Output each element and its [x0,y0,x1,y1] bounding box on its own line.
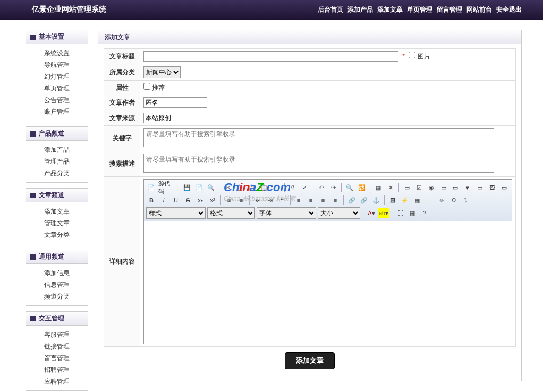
sidebar-item[interactable]: 频道分类 [26,291,88,302]
keywords-textarea[interactable] [143,128,494,147]
label-keywords: 关键字 [104,126,140,151]
aligncenter-icon[interactable]: ≡ [306,195,316,206]
emoji-icon[interactable]: ☺ [436,195,447,206]
about-icon[interactable]: ? [419,208,430,218]
desc-textarea[interactable] [143,154,494,173]
alignleft-icon[interactable]: ≡ [293,195,304,206]
flash-icon[interactable]: ⚡ [400,195,410,206]
sidebar-item[interactable]: 客服管理 [26,329,88,340]
redo-icon[interactable]: ↷ [328,182,339,193]
undo-icon[interactable]: ↶ [316,182,327,193]
image-icon[interactable]: 🖼 [387,195,398,206]
source-button[interactable]: 📄 [146,182,157,193]
nav-home[interactable]: 后台首页 [318,5,343,14]
category-select[interactable]: 新闻中心 [143,66,181,78]
sidebar-item[interactable]: 添加产品 [26,144,88,156]
preview-icon[interactable]: 🔍 [206,182,216,193]
sidebar-item[interactable]: 账户管理 [26,106,88,117]
sidebar-item[interactable]: 添加信息 [26,267,88,279]
specialchar-icon[interactable]: Ω [448,195,459,206]
sidebar-header-article: 文章频道 [26,189,88,202]
author-input[interactable] [143,97,207,108]
sidebar-item[interactable]: 应聘管理 [26,376,88,387]
title-input[interactable] [143,51,398,62]
pagebreak-icon[interactable]: ⤵ [461,195,471,206]
outdent-icon[interactable]: ⇤ [252,195,263,206]
sidebar-item[interactable]: 链接管理 [26,340,88,352]
paste-word-icon[interactable]: 📋 [271,182,282,193]
font-select[interactable]: 字体 [257,207,316,219]
sidebar-item[interactable]: 文章分类 [26,229,88,241]
submit-button[interactable]: 添加文章 [285,352,335,369]
alignright-icon[interactable]: ≡ [318,195,328,206]
hidden-icon[interactable]: ▭ [499,182,510,193]
recommend-checkbox[interactable] [143,83,150,90]
table-icon[interactable]: ▦ [412,195,422,206]
cut-icon[interactable]: ✂ [222,182,233,193]
sidebar-item[interactable]: 幻灯管理 [26,71,88,82]
sidebar-item[interactable]: 信息管理 [26,279,88,291]
form-icon[interactable]: ▭ [402,182,412,193]
textcolor-icon[interactable]: A▾ [366,208,377,218]
numlist-icon[interactable]: ≡ [224,195,234,206]
copy-icon[interactable]: 📋 [234,182,245,193]
new-icon[interactable]: 📄 [194,182,205,193]
nav-add-article[interactable]: 添加文章 [377,5,403,14]
editor-body[interactable] [144,221,512,344]
replace-icon[interactable]: 🔁 [357,182,367,193]
unlink-icon[interactable]: 🔗 [359,195,369,206]
sidebar-item[interactable]: 产品分类 [26,167,88,179]
find-icon[interactable]: 🔍 [344,182,355,193]
radio-icon[interactable]: ◉ [426,182,437,193]
textarea-icon[interactable]: ▭ [451,182,461,193]
textfield-icon[interactable]: ▭ [438,182,449,193]
sidebar-item[interactable]: 单页管理 [26,82,88,94]
underline-icon[interactable]: U [171,195,181,206]
nav-single-page[interactable]: 单页管理 [407,5,432,14]
spellcheck-icon[interactable]: ✓ [300,182,310,193]
source-label[interactable]: 源代码 [158,180,176,195]
paste-text-icon[interactable]: 📋 [259,182,269,193]
strike-icon[interactable]: S [183,195,193,206]
nav-frontend[interactable]: 网站前台 [466,5,492,14]
showblocks-icon[interactable]: ▦ [407,208,418,218]
subscript-icon[interactable]: x₂ [195,195,206,206]
format-select[interactable]: 格式 [207,207,255,219]
superscript-icon[interactable]: x² [207,195,218,206]
bgcolor-icon[interactable]: ab▾ [378,208,389,218]
sidebar-item[interactable]: 导航管理 [26,59,88,71]
button-icon[interactable]: ▭ [474,182,485,193]
removefmt-icon[interactable]: ✕ [385,182,396,193]
nav-add-product[interactable]: 添加产品 [347,5,373,14]
link-icon[interactable]: 🔗 [346,195,357,206]
nav-logout[interactable]: 安全退出 [496,5,522,14]
sidebar-item[interactable]: 管理文章 [26,217,88,229]
paste-icon[interactable]: 📋 [247,182,257,193]
print-icon[interactable]: 🖨 [287,182,298,193]
blockquote-icon[interactable]: ❝ [277,195,287,206]
hr-icon[interactable]: — [424,195,435,206]
image-checkbox[interactable] [409,52,415,58]
sidebar-item[interactable]: 公告管理 [26,94,88,106]
select-icon[interactable]: ▾ [462,182,473,193]
anchor-icon[interactable]: ⚓ [371,195,381,206]
sidebar-item[interactable]: 招聘管理 [26,364,88,376]
image-button-icon[interactable]: 🖼 [487,182,497,193]
bullist-icon[interactable]: ≡ [236,195,247,206]
bold-icon[interactable]: B [146,195,157,206]
nav-messages[interactable]: 留言管理 [437,5,462,14]
sidebar-item[interactable]: 添加文章 [26,206,88,217]
sidebar-item[interactable]: 管理产品 [26,156,88,167]
sidebar-item[interactable]: 系统设置 [26,47,88,59]
alignjustify-icon[interactable]: ≡ [330,195,341,206]
selectall-icon[interactable]: ▦ [373,182,384,193]
italic-icon[interactable]: I [158,195,169,206]
size-select[interactable]: 大小 [318,207,360,219]
source-input[interactable] [143,113,207,123]
checkbox-icon[interactable]: ☑ [414,182,425,193]
maximize-icon[interactable]: ⛶ [395,208,405,218]
sidebar-item[interactable]: 留言管理 [26,352,88,364]
indent-icon[interactable]: ⇥ [265,195,275,206]
save-icon[interactable]: 💾 [182,182,192,193]
style-select[interactable]: 样式 [146,207,206,219]
